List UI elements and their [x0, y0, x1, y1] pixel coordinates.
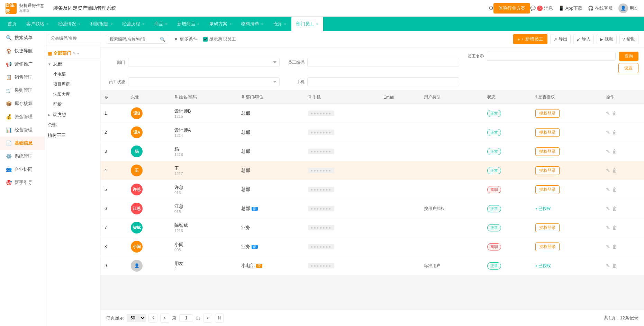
tab-new-goods[interactable]: 新增商品 ×	[172, 17, 204, 31]
auth-button[interactable]: 授权登录	[535, 166, 560, 175]
close-icon[interactable]: ×	[261, 22, 263, 26]
tab-profit[interactable]: 利润报告 ×	[85, 17, 117, 31]
delete-button[interactable]: 🗑	[612, 130, 617, 135]
close-icon[interactable]: ×	[142, 22, 144, 26]
tab-warehouse[interactable]: 仓库 ×	[269, 17, 291, 31]
auth-button[interactable]: 授权登录	[535, 185, 560, 194]
sidebar-item-search[interactable]: 🔍 搜索菜单	[0, 31, 45, 44]
all-dept-header[interactable]: ▦ 全部部门 ✎ «	[45, 48, 100, 59]
tab-material[interactable]: 物料清单 ×	[236, 17, 268, 31]
delete-button[interactable]: 🗑	[612, 206, 617, 211]
close-icon[interactable]: ×	[165, 22, 167, 26]
th-name[interactable]: ⇅ 姓名/编码	[170, 91, 237, 104]
th-dept[interactable]: ⇅ 部门/职位	[237, 91, 304, 104]
delete-button[interactable]: 🗑	[612, 263, 617, 268]
set-button[interactable]: 设置	[618, 63, 638, 73]
sidebar-item-finance[interactable]: 💰 资金管理	[0, 110, 45, 123]
edit-button[interactable]: ✎	[606, 130, 610, 135]
delete-button[interactable]: 🗑	[612, 149, 617, 154]
help-button[interactable]: ? 帮助	[619, 34, 638, 44]
delete-button[interactable]: 🗑	[612, 187, 617, 192]
th-settings[interactable]: ⚙	[100, 91, 127, 104]
status-filter-select[interactable]	[128, 77, 280, 86]
tab-operation[interactable]: 经营情况 ×	[53, 17, 85, 31]
user-area[interactable]: 👤 用友	[618, 3, 638, 13]
last-page-button[interactable]: N	[215, 314, 224, 323]
app-download-button[interactable]: 📱 App下载	[559, 5, 582, 11]
code-filter-input[interactable]	[307, 58, 459, 67]
import-button[interactable]: ↙ 导入	[573, 34, 594, 44]
auth-button[interactable]: 授权登录	[535, 243, 560, 251]
close-icon[interactable]: ×	[46, 22, 48, 26]
gear-icon[interactable]: ⚙	[489, 5, 493, 11]
show-resigned-checkbox[interactable]: 显示离职员工	[203, 36, 236, 42]
tab-goods[interactable]: 商品 ×	[149, 17, 172, 31]
collapse-dept-icon[interactable]: «	[77, 51, 79, 55]
close-icon[interactable]: ×	[316, 22, 318, 26]
close-icon[interactable]: ×	[78, 22, 80, 26]
dept-node-zhishuwangsan[interactable]: 植树王三	[45, 130, 100, 141]
sidebar-item-system[interactable]: ⚙️ 系统管理	[0, 150, 45, 163]
dept-node-xiaodibu[interactable]: 小电部	[45, 69, 100, 79]
sidebar-item-basic[interactable]: 📄 基础信息	[0, 136, 45, 150]
sidebar-item-guide[interactable]: 🎯 新手引导	[0, 176, 45, 189]
dept-node-xiangmukufang[interactable]: 项目库房	[45, 79, 100, 89]
dept-node-peihuo[interactable]: 配货	[45, 99, 100, 109]
tab-home[interactable]: 首页	[3, 17, 21, 31]
close-icon[interactable]: ×	[229, 22, 232, 26]
more-conditions-button[interactable]: ▼ 更多条件	[171, 34, 200, 44]
th-phone[interactable]: ⇅ 手机	[304, 91, 379, 104]
edit-button[interactable]: ✎	[606, 111, 610, 116]
search-input[interactable]	[106, 35, 168, 44]
trial-button[interactable]: 体验行业方案	[493, 3, 530, 14]
sidebar-item-quicknav[interactable]: 🏠 快捷导航	[0, 44, 45, 58]
edit-button[interactable]: ✎	[606, 168, 610, 173]
message-button[interactable]: 💬 5 消息	[530, 5, 553, 11]
online-service-button[interactable]: 🎧 在线客服	[588, 5, 613, 11]
delete-button[interactable]: 🗑	[612, 168, 617, 173]
view-button[interactable]: ▶ 视频	[597, 34, 617, 44]
sidebar-item-inventory[interactable]: 📦 库存核算	[0, 97, 45, 110]
sidebar-item-marketing[interactable]: 📢 营销推广	[0, 58, 45, 71]
delete-button[interactable]: 🗑	[612, 111, 617, 116]
edit-button[interactable]: ✎	[606, 225, 610, 230]
delete-button[interactable]: 🗑	[612, 244, 617, 249]
resigned-checkbox-input[interactable]	[203, 37, 208, 42]
edit-button[interactable]: ✎	[606, 149, 610, 154]
per-page-select[interactable]: 50 20 100	[127, 314, 146, 322]
first-page-button[interactable]: K	[148, 314, 157, 323]
prev-page-button[interactable]: <	[160, 314, 169, 323]
query-button[interactable]: 查询	[619, 52, 638, 61]
close-icon[interactable]: ×	[197, 22, 199, 26]
edit-button[interactable]: ✎	[606, 187, 610, 192]
tab-history[interactable]: 经营历程 ×	[117, 17, 149, 31]
add-employee-button[interactable]: + + 新增员工	[513, 34, 547, 44]
sidebar-item-purchase[interactable]: 🛒 采购管理	[0, 84, 45, 97]
dept-filter-select[interactable]	[128, 58, 280, 67]
edit-icon[interactable]: ✎	[73, 51, 76, 56]
name-filter-input[interactable]	[487, 52, 616, 61]
export-button[interactable]: ↗ 导出	[550, 34, 571, 44]
tab-customer[interactable]: 客户联络 ×	[21, 17, 53, 31]
dept-search-input[interactable]	[48, 34, 106, 42]
auth-button[interactable]: 授权登录	[535, 109, 560, 118]
dept-node-zongbu2[interactable]: 总部	[45, 120, 100, 130]
auth-button[interactable]: 授权登录	[535, 223, 560, 232]
close-icon[interactable]: ×	[284, 22, 287, 26]
delete-button[interactable]: 🗑	[612, 225, 617, 230]
edit-button[interactable]: ✎	[606, 263, 610, 268]
tab-barcode[interactable]: 条码方案 ×	[205, 17, 236, 31]
edit-button[interactable]: ✎	[606, 206, 610, 211]
dept-node-zongbu-root[interactable]: ▼ 总部	[45, 59, 100, 69]
close-icon[interactable]: ×	[110, 22, 112, 26]
dept-node-shuanghuxiang[interactable]: ▶ 双虎想	[45, 109, 100, 120]
dept-node-shenyangdaku[interactable]: 沈阳大库	[45, 89, 100, 99]
auth-button[interactable]: 授权登录	[535, 147, 560, 156]
sidebar-item-sales[interactable]: 📋 销售管理	[0, 71, 45, 84]
sidebar-item-business[interactable]: 📊 经营管理	[0, 123, 45, 136]
next-page-button[interactable]: >	[203, 314, 212, 323]
sidebar-item-collab[interactable]: 👥 企业协同	[0, 163, 45, 176]
auth-button[interactable]: 授权登录	[535, 128, 560, 137]
page-number-input[interactable]	[179, 314, 193, 322]
edit-button[interactable]: ✎	[606, 244, 610, 249]
